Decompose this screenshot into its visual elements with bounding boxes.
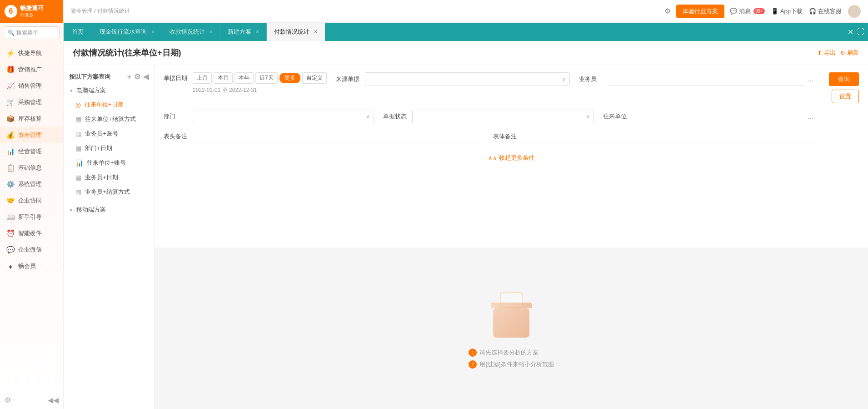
query-btn-group: 查询 设置 [823,72,859,103]
tab-receipts-close-icon[interactable]: × [210,29,213,35]
collapse-sidebar-icon[interactable]: ◀◀ [48,396,59,404]
sidebar-item-basic[interactable]: 📋 基础信息 [0,160,63,176]
sidebar-item-cooperation[interactable]: 🤝 企业协同 [0,192,63,209]
scheme-item-dept-date[interactable]: ▦ 部门+日期 [64,141,154,156]
sidebar-search-area: 🔍 搜索菜单 [0,23,63,43]
filter-table-body-note-group: 表体备注 [493,130,813,143]
tab-cash-flow[interactable]: 现金银行流水查询 × [92,23,162,41]
tab-close-all-icon[interactable]: ✕ [848,28,853,36]
sidebar-item-member[interactable]: ♦ 畅会员 [0,258,63,274]
last-7-btn[interactable]: 近7天 [255,72,278,84]
search-menu-button[interactable]: 🔍 搜索菜单 [4,26,60,39]
empty-hint: 1 请先选择要分析的方案 2 用[过滤]条件来缩小分析范围 [469,347,554,370]
empty-box-top-shape [491,303,532,308]
collapse-panel-icon[interactable]: ◀ [143,72,149,81]
sidebar-item-marketing[interactable]: 🎁 营销推广 [0,61,63,78]
sidebar-item-finance[interactable]: 💰 资金管理 [0,127,63,143]
this-year-btn[interactable]: 本年 [234,72,254,84]
staff-more-icon[interactable]: ... [808,75,813,83]
dept-select[interactable]: ∨ [193,110,374,123]
scheme-item-unit-settle[interactable]: ▦ 往来单位+结算方式 [64,112,154,126]
try-industry-button[interactable]: 体验行业方案 [676,5,724,18]
user-avatar[interactable] [848,5,861,18]
sidebar-item-label: 系统管理 [18,180,42,188]
sidebar-item-sales[interactable]: 📈 销售管理 [0,78,63,94]
related-unit-more-icon[interactable]: ... [808,112,813,121]
page-title: 付款情况统计(往来单位+日期) [73,47,181,58]
settings-gear-icon[interactable]: ⚙ [5,396,11,404]
scheme-staff-date-icon: ▦ [75,174,81,181]
tab-receipts[interactable]: 收款情况统计 × [162,23,220,41]
tab-cash-flow-close-icon[interactable]: × [151,29,155,35]
doc-status-select[interactable]: ∨ [412,110,594,123]
collapse-conditions-button[interactable]: ∧∧ 收起更多条件 [164,150,859,166]
right-panel: 单据日期 上月 本月 本年 近7天 更多 自定义 2022 [155,65,868,409]
sidebar-logo: 6 畅捷通巧 标准版 [0,0,63,23]
scheme-staff-settle-icon: ▦ [75,188,81,196]
sidebar-item-purchase[interactable]: 🛒 采购管理 [0,94,63,111]
sidebar-item-label: 基础信息 [18,164,42,172]
sidebar-item-system[interactable]: ⚙️ 系统管理 [0,176,63,192]
sidebar-item-label: 快捷导航 [18,49,42,57]
source-doc-label: 来源单据 [336,75,361,83]
export-button[interactable]: ⬆ 导出 [817,49,836,57]
sidebar-item-wechat[interactable]: 💬 企业微信 [0,242,63,258]
purchase-icon: 🛒 [6,98,15,106]
filter-table-header-note-group: 表头备注 [164,130,484,143]
sidebar-item-label: 智能硬件 [18,229,42,237]
tab-expand-icon[interactable]: ⛶ [857,28,864,36]
scheme-item-staff-settle[interactable]: ▦ 业务员+结算方式 [64,185,154,199]
related-unit-input[interactable] [632,110,804,123]
online-service-item[interactable]: 🎧 在线客服 [809,7,842,15]
top-header: 资金管理 / 付款情况统计 ⚙ 体验行业方案 💬 消息 99+ 📱 App下载 … [64,0,868,23]
filter-related-unit-group: 往来单位 ... [603,110,813,123]
dept-arrow-icon: ∨ [366,113,370,120]
table-header-note-input[interactable] [193,130,484,143]
sidebar-item-operation[interactable]: 📊 经营管理 [0,143,63,160]
sidebar-item-guide[interactable]: 📖 新手引导 [0,209,63,225]
notifications-item[interactable]: 💬 消息 99+ [730,7,765,15]
member-icon: ♦ [6,263,15,270]
tab-new-scheme[interactable]: 新建方案 × [220,23,267,41]
scheme-group-mobile-title[interactable]: ▼ 移动端方案 [64,203,154,217]
source-doc-select[interactable]: ∨ [365,72,570,86]
tab-new-scheme-close-icon[interactable]: × [256,29,259,35]
staff-input[interactable] [608,72,803,86]
scheme-item-unit-date[interactable]: ◎ 往来单位+日期 [64,97,154,112]
guide-icon: 📖 [6,213,15,221]
sidebar-item-inventory[interactable]: 📦 库存核算 [0,111,63,127]
set-button[interactable]: 设置 [832,90,859,103]
scheme-item-staff-date[interactable]: ▦ 业务员+日期 [64,170,154,185]
basic-icon: 📋 [6,164,15,172]
scheme-staff-date-label: 业务员+日期 [85,173,118,182]
table-body-note-input[interactable] [522,130,813,143]
tab-home[interactable]: 首页 [64,23,92,41]
more-date-btn[interactable]: 更多 [279,73,300,83]
scheme-item-staff-account[interactable]: ▦ 业务员+账号 [64,126,154,141]
scheme-unit-date-label: 往来单位+日期 [85,101,124,109]
add-scheme-icon[interactable]: + [127,73,131,81]
scheme-panel-title: 按以下方案查询 [69,73,110,81]
scheme-settings-icon[interactable]: ⚙ [134,72,140,81]
empty-hint-item-1: 1 请先选择要分析的方案 [469,347,554,359]
tab-payments[interactable]: 付款情况统计 × [267,23,325,41]
sidebar-item-hardware[interactable]: ⏰ 智能硬件 [0,225,63,242]
table-header-note-label: 表头备注 [164,132,189,141]
app-download-item[interactable]: 📱 App下载 [771,7,803,15]
custom-date-btn[interactable]: 自定义 [302,72,327,84]
breadcrumb: 资金管理 / 付款情况统计 [71,7,659,15]
empty-box-shape [493,308,529,338]
scheme-item-unit-account[interactable]: 📊 往来单位+账号 [64,156,154,170]
tab-payments-close-icon[interactable]: × [314,29,317,35]
header-icon-group: 💬 消息 99+ 📱 App下载 🎧 在线客服 [730,5,861,18]
scheme-panel-header-actions: + ⚙ ◀ [127,72,149,81]
main-area: 资金管理 / 付款情况统计 ⚙ 体验行业方案 💬 消息 99+ 📱 App下载 … [64,0,868,409]
scheme-group-desktop-title[interactable]: ▼ 电脑端方案 [64,84,154,97]
query-button[interactable]: 查询 [829,72,859,86]
refresh-button[interactable]: ↻ 刷新 [840,49,859,57]
last-month-btn[interactable]: 上月 [193,72,212,84]
this-month-btn[interactable]: 本月 [214,72,233,84]
tab-home-label: 首页 [72,28,84,36]
header-settings-icon[interactable]: ⚙ [664,7,671,15]
sidebar-item-quick-nav[interactable]: ⚡ 快捷导航 [0,45,63,61]
